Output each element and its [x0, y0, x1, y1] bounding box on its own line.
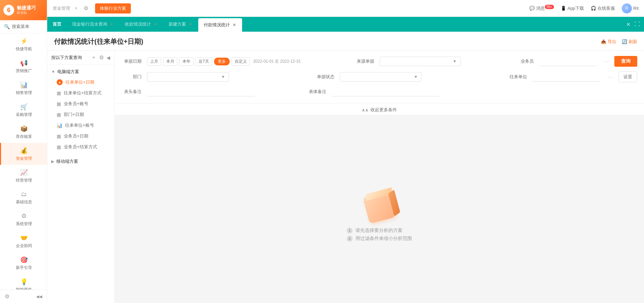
scheme-collapse-icon[interactable]: ◀: [107, 55, 110, 60]
scheme-item-counterpart-date[interactable]: ● 往来单位+日期: [47, 77, 114, 88]
header-note-label: 表头备注: [121, 89, 142, 95]
dept-select[interactable]: ▼: [147, 72, 229, 82]
tab-newscheme[interactable]: 新建方案 ✕: [163, 17, 198, 32]
query-button[interactable]: 查询: [614, 56, 637, 67]
scheme-item-label-counterpart-account: 往来单位+账号: [65, 122, 94, 128]
service-item[interactable]: 🎧 在线客服: [591, 5, 615, 11]
page-header: 付款情况统计(往来单位+日期) 📤 导出 🔄 刷新: [47, 32, 644, 51]
marketing-icon: 📢: [20, 59, 28, 67]
scheme-item-label-salesman-account: 业务员+账号: [64, 101, 88, 107]
scheme-item-salesman-date[interactable]: ▦ 业务员+日期: [47, 131, 114, 142]
footer-settings-icon[interactable]: ⚙: [5, 293, 9, 300]
scheme-mobile-group: ▶ 移动端方案: [47, 154, 114, 169]
refresh-icon: 🔄: [622, 39, 627, 44]
filter-row-3: 表头备注 表体备注: [121, 87, 637, 96]
voucher-status-select[interactable]: ▼: [340, 72, 422, 82]
tab-payments[interactable]: 付款情况统计 ✕: [198, 18, 242, 32]
tab-cashflow[interactable]: 现金银行流水查询 ✕: [67, 17, 119, 32]
topbar: 资金管理 ▼ ⚙ 体验行业方案 💬 消息 99+ 📱 App下载 🎧 在线客服 …: [47, 0, 644, 17]
user-profile[interactable]: R Rit: [622, 3, 639, 13]
sidebar-label-finance: 资金管理: [16, 156, 32, 161]
breadcrumb-arrow: ▼: [74, 6, 78, 11]
scheme-add-icon[interactable]: ＋: [91, 54, 96, 61]
source-select[interactable]: ▼: [380, 57, 461, 66]
sidebar-label-inventory: 库存核算: [16, 134, 32, 140]
date-btn-thismonth[interactable]: 本月: [163, 57, 177, 66]
scheme-item-dept-date[interactable]: ▦ 部门+日期: [47, 109, 114, 120]
body-note-input[interactable]: [332, 87, 440, 96]
sidebar-item-marketing[interactable]: 📢 营销推广: [0, 55, 47, 77]
refresh-button[interactable]: 🔄 刷新: [622, 39, 637, 45]
tab-payments-close[interactable]: ✕: [232, 22, 237, 28]
sidebar-item-hardware[interactable]: 💡 智能硬件: [0, 274, 47, 290]
tab-cashflow-close[interactable]: ✕: [109, 21, 114, 27]
tab-close-all-icon[interactable]: ✕: [626, 21, 631, 28]
scheme-item-counterpart-settle[interactable]: ▦ 往来单位+结算方式: [47, 88, 114, 98]
salesman-label: 业务员: [514, 58, 534, 64]
sidebar-nav: ⚡ 快捷导航 📢 营销推广 📊 销售管理 🛒 采购管理 📦 库存核算 💰 资金管…: [0, 33, 47, 290]
username: Rit: [633, 6, 639, 11]
sidebar-item-sales[interactable]: 📊 销售管理: [0, 77, 47, 99]
body-note-label: 表体备注: [306, 89, 326, 95]
service-icon: 🎧: [591, 6, 596, 11]
counterpart-input[interactable]: [532, 72, 600, 82]
sidebar-item-operation[interactable]: 📈 经营管理: [0, 165, 47, 187]
scheme-desktop-header[interactable]: ▼ 电脑端方案: [47, 67, 114, 77]
scheme-mobile-arrow: ▶: [51, 159, 54, 164]
sidebar-item-cooperation[interactable]: 🤝 企业协同: [0, 230, 47, 252]
scheme-item-label-dept-date: 部门+日期: [64, 112, 84, 118]
scheme-mobile-header[interactable]: ▶ 移动端方案: [47, 156, 114, 166]
scheme-item-icon-7: ▦: [57, 144, 61, 150]
tab-receipts[interactable]: 收款情况统计 ✕: [119, 17, 163, 32]
scheme-item-salesman-account[interactable]: ▦ 业务员+账号: [47, 98, 114, 109]
sidebar-item-system[interactable]: ⚙ 系统管理: [0, 208, 47, 230]
scheme-settings-icon[interactable]: ⚙: [99, 54, 104, 61]
scheme-item-salesman-settle[interactable]: ▦ 业务员+结算方式: [47, 142, 114, 152]
logo-subtitle: 标准版: [17, 10, 36, 15]
app-download-item[interactable]: 📱 App下载: [561, 5, 584, 11]
search-icon: 🔍: [4, 24, 10, 29]
search-menu[interactable]: 🔍 搜索菜单: [0, 20, 47, 33]
date-range-display: 2022-01-01 至 2022-12-31: [253, 59, 301, 64]
sidebar-item-basic[interactable]: 🗂 基础信息: [0, 187, 47, 208]
scheme-item-counterpart-account[interactable]: 📊 往来单位+账号: [47, 120, 114, 131]
sidebar-item-finance[interactable]: 💰 资金管理: [0, 143, 47, 165]
tab-fullscreen-icon[interactable]: ⛶: [635, 21, 640, 27]
counterpart-dots[interactable]: ···: [608, 73, 613, 81]
sidebar-item-guide[interactable]: 🎯 新手引导: [0, 252, 47, 274]
trial-button[interactable]: 体验行业方案: [95, 3, 131, 13]
date-btn-7days[interactable]: 近7天: [196, 57, 212, 66]
tab-cashflow-label: 现金银行流水查询: [72, 21, 107, 27]
header-note-input[interactable]: [147, 87, 255, 96]
sidebar-label-basic: 基础信息: [16, 199, 32, 205]
collapse-more-btn[interactable]: ∧∧ 收起更多条件: [115, 103, 644, 115]
topbar-settings-icon[interactable]: ⚙: [84, 5, 88, 11]
footer-collapse-icon[interactable]: ◀◀: [36, 294, 42, 299]
date-btn-lastmonth[interactable]: 上月: [147, 57, 161, 66]
split-layout: 按以下方案查询 ＋ ⚙ ◀ ▼ 电脑端方案 ● 往来单位+日期: [47, 51, 644, 303]
settings-button[interactable]: 设置: [618, 71, 637, 82]
finance-icon: 💰: [20, 147, 28, 154]
tab-home[interactable]: 首页: [47, 17, 67, 32]
sidebar-item-purchase[interactable]: 🛒 采购管理: [0, 99, 47, 121]
sales-icon: 📊: [20, 81, 28, 89]
sidebar-label-guide: 新手引导: [16, 265, 32, 271]
date-label: 单据日期: [121, 58, 142, 64]
date-btn-more[interactable]: 更多: [214, 58, 230, 65]
tab-receipts-close[interactable]: ✕: [153, 21, 158, 27]
sidebar-item-inventory[interactable]: 📦 库存核算: [0, 121, 47, 143]
salesman-input[interactable]: [539, 57, 596, 66]
message-item[interactable]: 💬 消息 99+: [529, 5, 554, 11]
date-btn-thisyear[interactable]: 本年: [179, 57, 194, 66]
search-label: 搜索菜单: [12, 24, 29, 30]
dept-arrow-icon: ▼: [221, 74, 225, 79]
scheme-item-icon-4: ▦: [57, 112, 61, 117]
tab-newscheme-close[interactable]: ✕: [188, 21, 193, 27]
export-button[interactable]: 📤 导出: [601, 39, 616, 45]
sidebar-item-quicknav[interactable]: ⚡ 快捷导航: [0, 33, 47, 55]
date-btn-custom[interactable]: 自定义: [232, 57, 250, 66]
salesman-dots[interactable]: ···: [604, 58, 609, 65]
tabbar: 首页 现金银行流水查询 ✕ 收款情况统计 ✕ 新建方案 ✕ 付款情况统计 ✕ ✕…: [47, 17, 644, 32]
empty-tip-1: 1 请先选择要分析的方案: [347, 228, 412, 234]
sidebar-header: 6 畅捷通巧 标准版: [0, 0, 47, 20]
